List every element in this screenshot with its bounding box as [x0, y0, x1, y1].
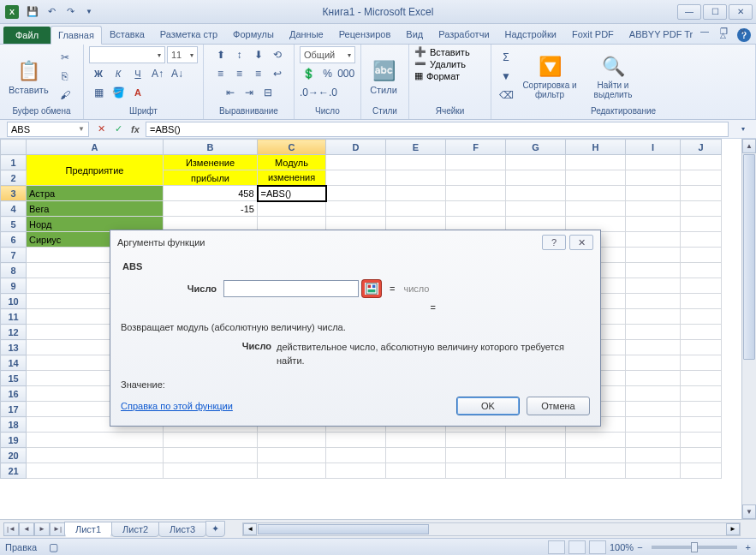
- sheet-nav-first-icon[interactable]: |◄: [3, 522, 19, 536]
- cell-B21[interactable]: [164, 463, 258, 479]
- cell-G19[interactable]: [506, 433, 566, 448]
- cancel-formula-icon[interactable]: ✕: [92, 122, 110, 137]
- align-right-icon[interactable]: ≡: [249, 65, 268, 82]
- autosum-icon[interactable]: Σ: [497, 49, 515, 66]
- cell-G2[interactable]: [506, 170, 566, 186]
- cell-H21[interactable]: [566, 463, 626, 479]
- cell-I3[interactable]: [626, 186, 681, 201]
- row-header-16[interactable]: 16: [1, 386, 27, 402]
- cell-G3[interactable]: [506, 186, 566, 201]
- cell-E3[interactable]: [386, 186, 446, 201]
- cancel-button[interactable]: Отмена: [527, 397, 590, 415]
- maximize-button[interactable]: ☐: [703, 4, 727, 20]
- cell-B2[interactable]: прибыли: [164, 170, 258, 186]
- sheet-tab-1[interactable]: Лист1: [64, 522, 112, 537]
- fill-color-icon[interactable]: 🪣: [109, 84, 128, 101]
- cell-C20[interactable]: [258, 448, 326, 463]
- scroll-up-icon[interactable]: ▲: [742, 139, 756, 153]
- cell-J17[interactable]: [681, 402, 722, 417]
- inc-indent-icon[interactable]: ⇥: [240, 84, 259, 101]
- zoom-out-icon[interactable]: −: [637, 542, 642, 552]
- cell-F3[interactable]: [446, 186, 506, 201]
- cell-A1[interactable]: Предприятие: [27, 155, 164, 186]
- tab-insert[interactable]: Вставка: [102, 25, 152, 44]
- row-header-2[interactable]: 2: [1, 170, 27, 186]
- row-header-19[interactable]: 19: [1, 433, 27, 448]
- cell-C1[interactable]: Модуль: [258, 155, 326, 170]
- wb-minimize-button[interactable]: —: [696, 24, 713, 38]
- col-header-A[interactable]: A: [27, 140, 164, 155]
- cell-I9[interactable]: [626, 278, 681, 294]
- ok-button[interactable]: OK: [456, 397, 520, 415]
- cell-J20[interactable]: [681, 448, 722, 463]
- row-header-13[interactable]: 13: [1, 340, 27, 355]
- format-cells-button[interactable]: ▦Формат: [414, 70, 485, 81]
- inc-decimal-icon[interactable]: .0→: [300, 84, 318, 101]
- zoom-in-icon[interactable]: +: [746, 542, 751, 552]
- insert-cells-button[interactable]: ➕Вставить: [414, 46, 485, 57]
- bold-icon[interactable]: Ж: [89, 65, 108, 82]
- sheet-tab-2[interactable]: Лист2: [111, 522, 159, 537]
- row-header-21[interactable]: 21: [1, 463, 27, 479]
- row-header-17[interactable]: 17: [1, 402, 27, 417]
- cell-F4[interactable]: [446, 201, 506, 217]
- cell-H20[interactable]: [566, 448, 626, 463]
- tab-addins[interactable]: Надстройки: [497, 25, 564, 44]
- cell-I10[interactable]: [626, 294, 681, 309]
- cell-I4[interactable]: [626, 201, 681, 217]
- paste-button[interactable]: 📋Вставить: [5, 56, 52, 97]
- cell-D1[interactable]: [326, 155, 386, 170]
- zoom-level[interactable]: 100%: [610, 542, 634, 552]
- row-header-11[interactable]: 11: [1, 309, 27, 325]
- close-button[interactable]: ✕: [729, 4, 753, 20]
- grow-font-icon[interactable]: A↑: [148, 65, 167, 82]
- cell-J10[interactable]: [681, 294, 722, 309]
- cell-B20[interactable]: [164, 448, 258, 463]
- row-header-14[interactable]: 14: [1, 355, 27, 371]
- cell-I17[interactable]: [626, 402, 681, 417]
- cell-H1[interactable]: [566, 155, 626, 170]
- sheet-tab-3[interactable]: Лист3: [158, 522, 206, 537]
- cell-C3[interactable]: =ABS(): [258, 186, 326, 201]
- cell-J12[interactable]: [681, 325, 722, 340]
- row-header-8[interactable]: 8: [1, 263, 27, 278]
- cell-I13[interactable]: [626, 340, 681, 355]
- align-center-icon[interactable]: ≡: [230, 65, 249, 82]
- vertical-scrollbar[interactable]: ▲ ▼: [741, 139, 756, 519]
- file-tab[interactable]: Файл: [3, 27, 51, 44]
- cell-D19[interactable]: [326, 433, 386, 448]
- align-bot-icon[interactable]: ⬇: [249, 46, 268, 63]
- orientation-icon[interactable]: ⟲: [268, 46, 287, 63]
- cut-icon[interactable]: ✂: [56, 49, 74, 66]
- cell-J9[interactable]: [681, 278, 722, 294]
- formula-input[interactable]: =ABS(): [146, 122, 729, 137]
- cell-J6[interactable]: [681, 232, 722, 248]
- cell-J7[interactable]: [681, 248, 722, 263]
- wrap-text-icon[interactable]: ↩: [268, 65, 287, 82]
- col-header-G[interactable]: G: [506, 140, 566, 155]
- cell-J13[interactable]: [681, 340, 722, 355]
- cell-E2[interactable]: [386, 170, 446, 186]
- row-header-20[interactable]: 20: [1, 448, 27, 463]
- cell-J5[interactable]: [681, 217, 722, 232]
- cell-D20[interactable]: [326, 448, 386, 463]
- cell-A20[interactable]: [27, 448, 164, 463]
- scroll-right-icon[interactable]: ►: [726, 523, 740, 535]
- accept-formula-icon[interactable]: ✓: [110, 122, 127, 137]
- cell-J19[interactable]: [681, 433, 722, 448]
- cell-I19[interactable]: [626, 433, 681, 448]
- cell-J16[interactable]: [681, 386, 722, 402]
- align-top-icon[interactable]: ⬆: [211, 46, 230, 63]
- font-size-combo[interactable]: 11▾: [167, 46, 198, 63]
- cell-I7[interactable]: [626, 248, 681, 263]
- horizontal-scrollbar[interactable]: ◄ ►: [242, 522, 741, 536]
- cell-J3[interactable]: [681, 186, 722, 201]
- cell-E19[interactable]: [386, 433, 446, 448]
- cell-J14[interactable]: [681, 355, 722, 371]
- sheet-nav-prev-icon[interactable]: ◄: [19, 522, 34, 536]
- cell-J18[interactable]: [681, 417, 722, 433]
- row-header-4[interactable]: 4: [1, 201, 27, 217]
- cell-J1[interactable]: [681, 155, 722, 170]
- function-help-link[interactable]: Справка по этой функции: [121, 401, 233, 411]
- font-color-icon[interactable]: A: [128, 84, 147, 101]
